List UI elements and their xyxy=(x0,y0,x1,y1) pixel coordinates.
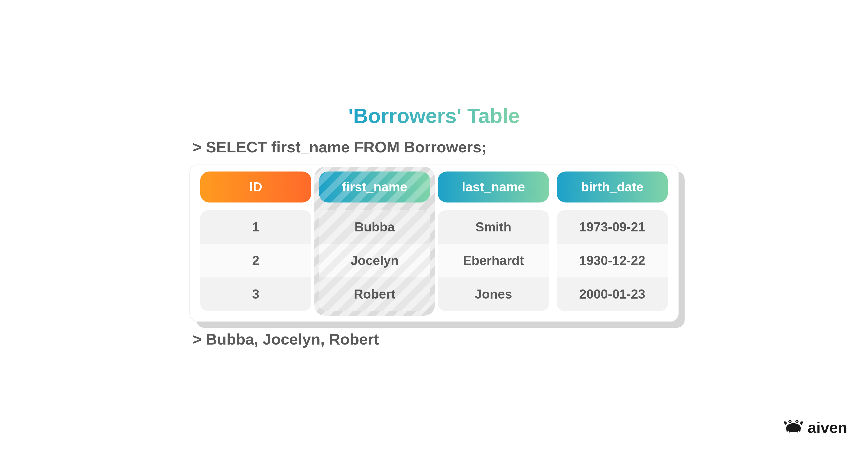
column-id: ID 1 2 3 xyxy=(200,171,311,311)
cell-id-1: 1 xyxy=(200,210,311,244)
svg-rect-6 xyxy=(797,430,798,432)
brand-name: aiven xyxy=(808,419,847,437)
cell-id-3: 3 xyxy=(200,278,311,311)
brand-logo: aiven xyxy=(784,419,847,437)
cell-lastname-1: Smith xyxy=(438,210,549,244)
column-header-lastname: last_name xyxy=(438,171,549,202)
column-body-id: 1 2 3 xyxy=(200,210,311,311)
cell-lastname-3: Jones xyxy=(438,278,549,311)
cell-birthdate-1: 1973-09-21 xyxy=(557,210,668,244)
column-birthdate: birth_date 1973-09-21 1930-12-22 2000-01… xyxy=(557,171,668,311)
cell-birthdate-2: 1930-12-22 xyxy=(557,244,668,278)
column-body-birthdate: 1973-09-21 1930-12-22 2000-01-23 xyxy=(557,210,668,311)
column-header-firstname: first_name xyxy=(319,171,430,202)
column-firstname-highlight: first_name Bubba Jocelyn Robert xyxy=(319,171,430,311)
column-body-lastname: Smith Eberhardt Jones xyxy=(438,210,549,311)
sql-result: > Bubba, Jocelyn, Robert xyxy=(192,330,379,348)
column-header-firstname-label: first_name xyxy=(342,180,407,194)
crab-icon xyxy=(784,419,803,437)
column-firstname: first_name Bubba Jocelyn Robert xyxy=(319,171,430,311)
column-header-birthdate: birth_date xyxy=(557,171,668,202)
svg-point-2 xyxy=(789,421,790,422)
cell-id-2: 2 xyxy=(200,244,311,278)
svg-point-3 xyxy=(796,421,798,422)
column-body-firstname: Bubba Jocelyn Robert xyxy=(319,210,430,311)
borrowers-table: ID 1 2 3 first_name Bubba Jocelyn Robert xyxy=(190,165,678,321)
svg-rect-5 xyxy=(789,430,790,432)
cell-birthdate-3: 2000-01-23 xyxy=(557,278,668,311)
cell-firstname-1: Bubba xyxy=(319,210,430,244)
page-title: 'Borrowers' Table xyxy=(348,104,520,128)
column-lastname: last_name Smith Eberhardt Jones xyxy=(438,171,549,311)
sql-query: > SELECT first_name FROM Borrowers; xyxy=(192,138,487,156)
cell-lastname-2: Eberhardt xyxy=(438,244,549,278)
table-wrap: ID 1 2 3 first_name Bubba Jocelyn Robert xyxy=(190,165,678,321)
svg-rect-7 xyxy=(799,429,801,432)
diagram-container: 'Borrowers' Table > SELECT first_name FR… xyxy=(190,104,678,348)
svg-rect-4 xyxy=(786,429,788,432)
cell-firstname-2: Jocelyn xyxy=(319,244,430,278)
cell-firstname-3: Robert xyxy=(319,278,430,311)
column-header-id: ID xyxy=(200,171,311,202)
